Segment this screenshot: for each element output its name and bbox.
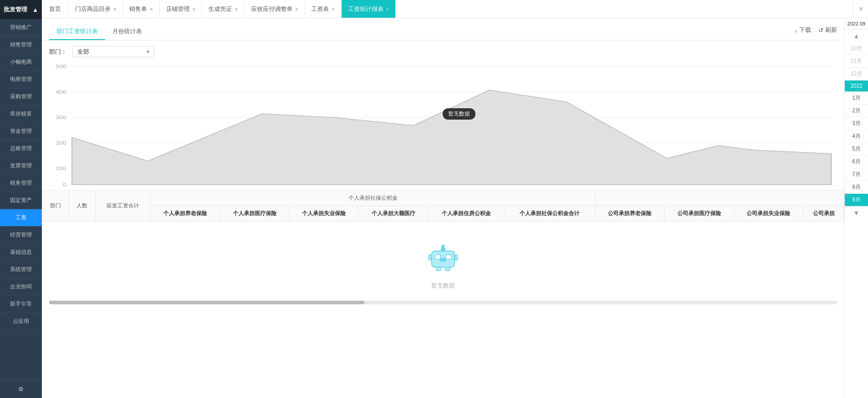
dept-select-wrapper: 全部 部门1 部门2 ▼: [72, 46, 154, 57]
refresh-button[interactable]: ↺ 刷新: [818, 26, 837, 34]
sidebar-item-xsgl[interactable]: 销售管理: [0, 36, 42, 54]
date-item-jun[interactable]: 6月: [845, 156, 868, 168]
col-personal-total: 个人承担社保公积金合计: [505, 206, 595, 222]
close-icon[interactable]: ×: [235, 6, 237, 12]
sidebar-item-yxtp[interactable]: 营销推广: [0, 19, 42, 36]
col-company-pension: 公司承担养老保险: [595, 206, 664, 222]
sidebar-item-gdzy[interactable]: 固定资产: [0, 192, 42, 209]
svg-rect-15: [446, 255, 451, 259]
date-nav-down[interactable]: ▼: [849, 207, 864, 218]
chart-container: 500 400 300 200 100 0: [49, 63, 837, 190]
empty-text: 暂无数据: [431, 282, 455, 290]
close-icon[interactable]: ×: [113, 6, 116, 12]
col-dept: 部门: [42, 191, 69, 222]
tab-bar-close-button[interactable]: ×: [853, 0, 868, 18]
col-personal-insurance: 个人承担社保公积金: [151, 191, 595, 206]
sidebar-item-xsyd[interactable]: 新手引导: [0, 296, 42, 313]
empty-state: 暂无数据: [42, 222, 844, 299]
svg-rect-14: [435, 255, 440, 259]
date-panel: 2022.09 ▲ 10月 11月 12月 2022 1月 2月 3月: [844, 18, 868, 398]
date-item-nov[interactable]: 11月: [845, 55, 868, 68]
tab-store-mgmt[interactable]: 店铺管理 ×: [160, 0, 202, 18]
close-icon[interactable]: ×: [332, 6, 334, 12]
table-wrapper: 部门 人数 应发工资合计 个人承担社保公积金 个人承担养老保险 个人承担医疗保险…: [42, 190, 844, 299]
date-item-year-2022[interactable]: 2022: [845, 81, 868, 92]
svg-rect-22: [445, 267, 450, 271]
sidebar-item-zzgl[interactable]: 总账管理: [0, 140, 42, 157]
date-item-may[interactable]: 5月: [845, 143, 868, 156]
col-personal-pension: 个人承担养老保险: [151, 206, 220, 222]
tab-bar: 首页 门店商品目录 × 销售单 × 店铺管理 × 生成凭证 × 应收应付调整单 …: [42, 0, 868, 18]
sidebar-item-xtgl[interactable]: 系统管理: [0, 261, 42, 278]
close-icon[interactable]: ×: [192, 6, 195, 12]
sidebar-title: 批发管理: [4, 5, 27, 14]
sidebar-item-qyxt[interactable]: 企业协同: [0, 278, 42, 296]
col-company-medical: 公司承担医疗保险: [665, 206, 734, 222]
tab-salary-report[interactable]: 工资统计报表 ×: [342, 0, 396, 18]
download-button[interactable]: ↓ 下载: [795, 26, 812, 34]
date-item-feb[interactable]: 2月: [845, 105, 868, 117]
salary-table: 部门 人数 应发工资合计 个人承担社保公积金 个人承担养老保险 个人承担医疗保险…: [42, 190, 844, 299]
close-icon[interactable]: ×: [150, 6, 152, 12]
dept-select[interactable]: 全部 部门1 部门2: [72, 46, 154, 57]
sidebar-item-kche[interactable]: 库存核算: [0, 106, 42, 123]
content-area: 部门工资统计表 月份统计表 ↓ 下载 ↺ 刷新: [42, 18, 868, 398]
svg-text:300: 300: [56, 115, 66, 120]
sidebar-item-gz[interactable]: 工资: [0, 209, 42, 227]
svg-text:0: 0: [63, 182, 66, 187]
close-icon[interactable]: ×: [295, 6, 298, 12]
date-item-dec[interactable]: 12月: [845, 68, 868, 81]
page-content: 部门工资统计表 月份统计表 ↓ 下载 ↺ 刷新: [42, 18, 844, 398]
date-item-aug[interactable]: 8月: [845, 181, 868, 194]
tab-home[interactable]: 首页: [42, 0, 69, 18]
tab-sales-order[interactable]: 销售单 ×: [123, 0, 159, 18]
download-icon: ↓: [795, 27, 798, 34]
tab-gen-cert[interactable]: 生成凭证 ×: [202, 0, 244, 18]
sidebar-item-jygl[interactable]: 经营管理: [0, 227, 42, 244]
svg-text:500: 500: [56, 64, 66, 69]
svg-text:400: 400: [56, 89, 66, 95]
col-company-insurance: [595, 191, 844, 206]
sidebar-item-xpds[interactable]: 小畅电商: [0, 54, 42, 71]
date-item-sep[interactable]: 9月: [845, 194, 868, 207]
svg-rect-16: [440, 258, 446, 262]
date-item-jan[interactable]: 1月: [845, 92, 868, 105]
col-personal-housing-fund: 个人承担住房公积金: [428, 206, 505, 222]
sidebar-header[interactable]: 批发管理 ▲: [0, 0, 42, 19]
sidebar-item-dsgl[interactable]: 电商管理: [0, 71, 42, 88]
date-item-apr[interactable]: 4月: [845, 130, 868, 143]
sidebar-item-fpgl[interactable]: 发票管理: [0, 157, 42, 175]
sidebar: 批发管理 ▲ 营销推广 销售管理 小畅电商 电商管理 采购管理 库存核算 资金管…: [0, 0, 42, 398]
col-company-unemployment: 公司承担失业保险: [734, 206, 803, 222]
chart-area: 500 400 300 200 100 0: [42, 63, 844, 190]
tab-monthly-stats[interactable]: 月份统计表: [105, 24, 149, 40]
date-item-jul[interactable]: 7月: [845, 168, 868, 181]
scroll-thumb[interactable]: [49, 301, 364, 304]
col-total-salary: 应发工资合计: [96, 191, 151, 222]
inner-tabs: 部门工资统计表 月份统计表 ↓ 下载 ↺ 刷新: [42, 18, 844, 40]
svg-point-18: [441, 245, 445, 248]
date-item-oct[interactable]: 10月: [845, 42, 868, 55]
close-icon[interactable]: ×: [386, 6, 389, 12]
sidebar-item-zjgl[interactable]: 资金管理: [0, 123, 42, 140]
svg-marker-12: [72, 90, 831, 185]
date-nav-up[interactable]: ▲: [849, 30, 864, 41]
col-personal-medical: 个人承担医疗保险: [220, 206, 289, 222]
tab-dept-stats[interactable]: 部门工资统计表: [49, 24, 105, 40]
tab-salary-table[interactable]: 工资表 ×: [305, 0, 341, 18]
tab-store-catalog[interactable]: 门店商品目录 ×: [69, 0, 123, 18]
sidebar-item-yyyg[interactable]: 云应用: [0, 313, 42, 330]
date-item-mar[interactable]: 3月: [845, 117, 868, 130]
empty-row: 暂无数据: [42, 222, 844, 299]
scroll-indicator[interactable]: [49, 301, 837, 304]
col-personal-unemployment: 个人承担失业保险: [289, 206, 358, 222]
dept-filter-label: 部门：: [49, 48, 67, 56]
sidebar-settings[interactable]: ⚙: [0, 380, 42, 398]
sidebar-item-cggl[interactable]: 采购管理: [0, 88, 42, 106]
sidebar-item-swgl[interactable]: 税务管理: [0, 175, 42, 192]
tab-ar-ap[interactable]: 应收应付调整单 ×: [245, 0, 305, 18]
svg-text:100: 100: [56, 166, 66, 171]
svg-text:200: 200: [56, 140, 66, 146]
sidebar-item-jcxx[interactable]: 基础信息: [0, 244, 42, 261]
svg-rect-19: [429, 255, 431, 260]
